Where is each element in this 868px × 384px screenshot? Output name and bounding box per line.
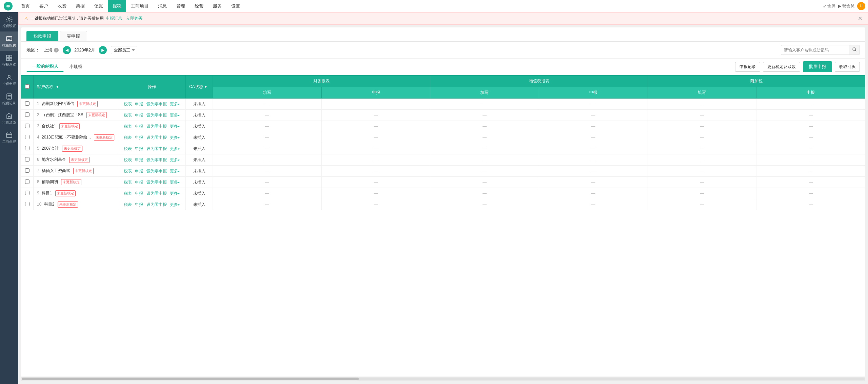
update-button[interactable]: 更新税定及取数 — [763, 62, 800, 72]
row-status-badge: 未更新核定 — [94, 134, 114, 141]
nav-client[interactable]: 客户 — [35, 0, 53, 12]
row-checkbox[interactable] — [25, 135, 29, 139]
retrieve-button[interactable]: 收取回执 — [835, 62, 860, 72]
op-申报-btn[interactable]: 申报 — [135, 124, 143, 129]
nav-invoice[interactable]: 票据 — [71, 0, 90, 12]
dept-select[interactable]: 全部员工 — [111, 46, 137, 54]
row-checkbox[interactable] — [25, 101, 29, 106]
date-next-button[interactable]: ▶ — [99, 46, 107, 54]
select-all-checkbox[interactable] — [25, 84, 29, 89]
table-row: 1 勿删新税网络通信 未更新核定 税表 申报 设为零申报 更多▾ 未插入 — —… — [21, 99, 865, 110]
declare-record-button[interactable]: 申报记录 — [735, 62, 760, 72]
sidebar-item-tax-settings[interactable]: 报税设置 — [0, 12, 18, 31]
row-checkbox[interactable] — [25, 191, 29, 195]
date-prev-button[interactable]: ◀ — [63, 46, 71, 54]
info-icon[interactable]: i — [54, 48, 59, 52]
banner-link-summary[interactable]: 申报汇总 — [106, 16, 122, 21]
nav-home[interactable]: 首页 — [16, 0, 35, 12]
op-税表-btn[interactable]: 税表 — [124, 157, 132, 162]
op-more-btn[interactable]: 更多▾ — [170, 124, 180, 129]
member-btn[interactable]: ▶ 畅会员 — [838, 3, 854, 9]
fullscreen-btn[interactable]: ⤢ 全屏 — [823, 3, 835, 9]
search-button[interactable] — [849, 45, 860, 55]
op-申报-btn[interactable]: 申报 — [135, 202, 143, 207]
op-more-btn[interactable]: 更多▾ — [170, 135, 180, 140]
op-申报-btn[interactable]: 申报 — [135, 146, 143, 151]
row-checkbox[interactable] — [25, 202, 29, 206]
op-more-btn[interactable]: 更多▾ — [170, 113, 180, 118]
op-more-btn[interactable]: 更多▾ — [170, 146, 180, 151]
op-more-btn[interactable]: 更多▾ — [170, 157, 180, 162]
banner-link-buy[interactable]: 立即购买 — [126, 16, 142, 21]
sidebar-label-annual: 工商年报 — [2, 140, 16, 144]
op-divider — [133, 102, 134, 106]
sort-icon[interactable]: ▼ — [56, 85, 59, 89]
row-checkbox[interactable] — [25, 179, 29, 184]
sidebar: 报税设置 批量报税 报税总览 — [0, 12, 18, 384]
op-税表-btn[interactable]: 税表 — [124, 146, 132, 151]
op-申报-btn[interactable]: 申报 — [135, 135, 143, 140]
sidebar-item-record[interactable]: 报税记录 — [0, 89, 18, 109]
row-checkbox[interactable] — [25, 146, 29, 150]
row-checkbox[interactable] — [25, 157, 29, 162]
op-设为零申报-btn[interactable]: 设为零申报 — [146, 113, 167, 118]
ca-sort-icon[interactable]: ▼ — [204, 85, 208, 89]
nav-tax[interactable]: 报税 — [108, 0, 126, 12]
op-设为零申报-btn[interactable]: 设为零申报 — [146, 146, 167, 151]
op-税表-btn[interactable]: 税表 — [124, 202, 132, 207]
op-设为零申报-btn[interactable]: 设为零申报 — [146, 135, 167, 140]
op-税表-btn[interactable]: 税表 — [124, 113, 132, 118]
op-申报-btn[interactable]: 申报 — [135, 180, 143, 185]
nav-message[interactable]: 消息 — [153, 0, 172, 12]
nav-settings[interactable]: 设置 — [226, 0, 245, 12]
sidebar-item-overview[interactable]: 报税总览 — [0, 51, 18, 70]
tab-tax-declaration[interactable]: 税款申报 — [26, 31, 58, 41]
op-more-btn[interactable]: 更多▾ — [170, 202, 180, 207]
sidebar-item-clearance[interactable]: 汇算清缴 — [0, 109, 18, 128]
op-设为零申报-btn[interactable]: 设为零申报 — [146, 180, 167, 185]
tab-zero-declaration[interactable]: 零申报 — [60, 31, 87, 41]
subtab-general[interactable]: 一般的纳税人 — [26, 62, 64, 72]
op-设为零申报-btn[interactable]: 设为零申报 — [146, 191, 167, 196]
op-税表-btn[interactable]: 税表 — [124, 180, 132, 185]
op-税表-btn[interactable]: 税表 — [124, 135, 132, 140]
op-税表-btn[interactable]: 税表 — [124, 191, 132, 196]
op-申报-btn[interactable]: 申报 — [135, 157, 143, 162]
subtab-small[interactable]: 小规模 — [64, 62, 88, 71]
op-设为零申报-btn[interactable]: 设为零申报 — [146, 157, 167, 162]
row-client-name: 9 科目1 未更新核定 — [34, 188, 118, 199]
row-checkbox[interactable] — [25, 168, 29, 173]
op-申报-btn[interactable]: 申报 — [135, 113, 143, 118]
nav-management[interactable]: 管理 — [172, 0, 190, 12]
op-more-btn[interactable]: 更多▾ — [170, 180, 180, 185]
op-more-btn[interactable]: 更多▾ — [170, 191, 180, 196]
batch-declare-button[interactable]: 批量申报 — [803, 61, 832, 72]
op-more-btn[interactable]: 更多▾ — [170, 102, 180, 106]
op-设为零申报-btn[interactable]: 设为零申报 — [146, 202, 167, 207]
horizontal-scrollbar[interactable] — [21, 377, 865, 381]
sidebar-item-batch-tax[interactable]: 批量报税 — [0, 31, 18, 51]
banner-close-button[interactable]: ✕ — [858, 15, 862, 22]
nav-commerce[interactable]: 工商项目 — [126, 0, 153, 12]
nav-operation[interactable]: 经营 — [190, 0, 208, 12]
row-checkbox[interactable] — [25, 112, 29, 117]
op-more-btn[interactable]: 更多▾ — [170, 169, 180, 173]
op-申报-btn[interactable]: 申报 — [135, 102, 143, 106]
avatar[interactable]: U — [857, 2, 865, 10]
op-申报-btn[interactable]: 申报 — [135, 191, 143, 196]
nav-service[interactable]: 服务 — [208, 0, 226, 12]
op-申报-btn[interactable]: 申报 — [135, 169, 143, 173]
sidebar-item-annual[interactable]: 工商年报 — [0, 128, 18, 147]
nav-fee[interactable]: 收费 — [53, 0, 71, 12]
op-税表-btn[interactable]: 税表 — [124, 124, 132, 129]
op-设为零申报-btn[interactable]: 设为零申报 — [146, 169, 167, 173]
sidebar-item-personal-tax[interactable]: 个税申报 — [0, 70, 18, 89]
op-税表-btn[interactable]: 税表 — [124, 102, 132, 106]
row-checkbox[interactable] — [25, 124, 29, 128]
nav-accounting[interactable]: 记账 — [90, 0, 108, 12]
search-input[interactable] — [781, 46, 849, 54]
op-设为零申报-btn[interactable]: 设为零申报 — [146, 124, 167, 129]
scrollbar-thumb[interactable] — [22, 378, 359, 380]
op-税表-btn[interactable]: 税表 — [124, 169, 132, 173]
op-设为零申报-btn[interactable]: 设为零申报 — [146, 102, 167, 106]
